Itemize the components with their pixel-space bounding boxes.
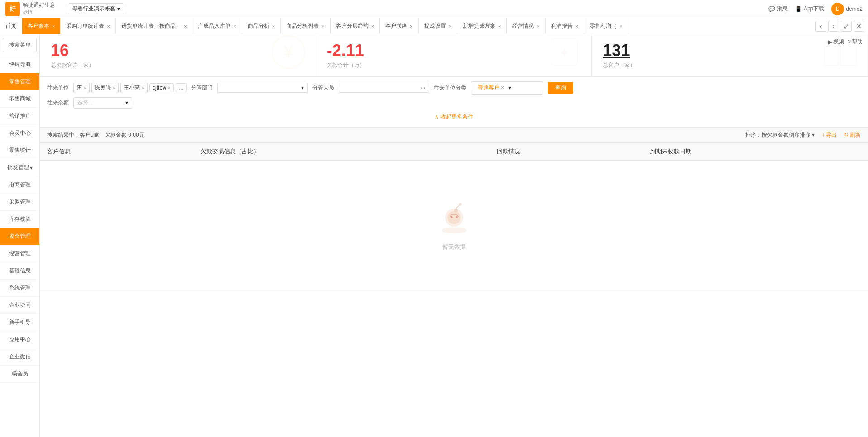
sidebar-item-basic-info[interactable]: 基础信息 (0, 262, 39, 280)
sidebar-item-quick-nav[interactable]: 快捷导航 (0, 56, 39, 73)
stat-all-customers-label: 总客户（家） (603, 62, 635, 69)
close-icon[interactable]: × (52, 24, 55, 29)
sidebar-item-purchase[interactable]: 采购管理 (0, 194, 39, 211)
sidebar-item-retail-mall[interactable]: 零售商城 (0, 90, 39, 108)
sidebar-item-enterprise[interactable]: 企业协同 (0, 297, 39, 314)
dept-select[interactable]: ▾ (217, 83, 308, 93)
export-button[interactable]: ↑ 导出 (822, 131, 837, 139)
message-button[interactable]: 💬 消息 (768, 5, 788, 13)
remove-tag-chen[interactable]: × (112, 85, 115, 91)
tab-customer-contact[interactable]: 客户联络 × (380, 18, 418, 34)
sidebar-item-inventory[interactable]: 库存核算 (0, 211, 39, 228)
tab-product-analysis[interactable]: 商品分析 × (242, 18, 281, 34)
tab-retail-profit[interactable]: 零售利润（ × (584, 18, 628, 34)
sidebar-item-ecommerce[interactable]: 电商管理 (0, 176, 39, 194)
sidebar-item-retail[interactable]: 零售管理 (0, 73, 39, 90)
unit-type-tag[interactable]: 普通客户 × (475, 83, 507, 93)
query-button[interactable]: 查询 (548, 82, 573, 94)
tab-stock-stats[interactable]: 进货单统计表（按商品） × (116, 18, 192, 34)
main-layout: 搜索菜单 快捷导航 零售管理 零售商城 营销推广 会员中心 零售统计 批发管理 … (0, 34, 868, 437)
tab-product-inbound[interactable]: 产成品入库单 × (192, 18, 242, 34)
message-label: 消息 (777, 5, 788, 13)
filter-row-1: 往来单位 伍 × 陈民强 × 王小亮 × cjttcw (47, 81, 861, 95)
close-icon[interactable]: × (498, 24, 501, 29)
tab-prev-button[interactable]: ‹ (815, 21, 826, 32)
collapse-button[interactable]: ∧ 收起更多条件 (47, 111, 861, 123)
tab-next-button[interactable]: › (828, 21, 839, 32)
remove-tag-cjttcw[interactable]: × (168, 85, 171, 91)
balance-label: 往来余额 (47, 99, 69, 107)
tab-add-commission[interactable]: 新增提成方案 × (457, 18, 507, 34)
sidebar: 搜索菜单 快捷导航 零售管理 零售商城 营销推广 会员中心 零售统计 批发管理 … (0, 34, 40, 437)
sidebar-item-wholesale[interactable]: 批发管理 ▾ (0, 159, 39, 176)
tab-customer-tier[interactable]: 客户分层经营 × (331, 18, 380, 34)
close-icon[interactable]: × (410, 24, 412, 29)
tab-profit-report[interactable]: 利润报告 × (546, 18, 584, 34)
header-right: 💬 消息 📱 App下载 D demo2 (768, 3, 863, 15)
sidebar-item-operations[interactable]: 经营管理 (0, 245, 39, 262)
sidebar-item-member2[interactable]: 畅会员 (0, 366, 39, 383)
help-label: 帮助 (852, 38, 863, 46)
tab-home[interactable]: 首页 (0, 18, 22, 34)
search-result-text: 搜索结果中，客户0家 (47, 132, 99, 138)
remove-unit-type[interactable]: × (501, 85, 504, 91)
help-button[interactable]: ? 帮助 (848, 38, 863, 46)
close-icon[interactable]: × (537, 24, 539, 29)
tab-customer-ledger[interactable]: 客户账本 × (22, 18, 61, 34)
tab-operations[interactable]: 经营情况 × (507, 18, 545, 34)
svg-point-9 (451, 216, 453, 218)
remove-tag-wu[interactable]: × (83, 85, 86, 91)
person-select[interactable]: ··· (339, 83, 429, 93)
tab-purchase-order-stats[interactable]: 采购订单统计表 × (61, 18, 115, 34)
svg-text:✦: ✦ (559, 46, 570, 60)
logo-text-block: 畅捷通好生意 标版 (23, 2, 55, 16)
close-icon[interactable]: × (575, 24, 578, 29)
filter-tag-chen[interactable]: 陈民强 × (91, 83, 119, 93)
store-select[interactable]: 母婴行业演示帐套 ▾ (68, 3, 124, 14)
tab-product-analysis-list[interactable]: 商品分析列表 × (281, 18, 330, 34)
close-icon[interactable]: × (233, 24, 236, 29)
remove-tag-wang[interactable]: × (141, 85, 144, 91)
sidebar-item-marketing[interactable]: 营销推广 (0, 108, 39, 125)
tab-expand-button[interactable]: ⤢ (841, 21, 852, 32)
chevron-up-icon: ∧ (435, 114, 439, 120)
search-menu-button[interactable]: 搜索菜单 (3, 38, 37, 52)
chevron-down-icon: ▾ (125, 100, 128, 106)
chevron-down-icon: ▾ (508, 85, 511, 91)
sidebar-item-finance[interactable]: 资金管理 (0, 228, 39, 245)
close-icon[interactable]: × (107, 24, 110, 29)
filter-tag-more[interactable]: ... (176, 83, 187, 92)
unit-type-tag-label: 普通客户 (478, 84, 499, 92)
user-menu[interactable]: D demo2 (831, 3, 863, 15)
balance-select[interactable]: 选择... ▾ (73, 97, 132, 109)
tab-bar: 首页 客户账本 × 采购订单统计表 × 进货单统计表（按商品） × 产成品入库单… (0, 18, 868, 34)
tab-bar-actions: ‹ › ⤢ ✕ (812, 21, 868, 32)
tab-label: 提成设置 (424, 22, 446, 30)
unit-type-select[interactable]: 普通客户 × ▾ (471, 81, 543, 95)
close-icon[interactable]: × (321, 24, 324, 29)
sidebar-item-system[interactable]: 系统管理 (0, 280, 39, 297)
stat-debt-value: -2.11 (327, 42, 364, 60)
tab-commission-setting[interactable]: 提成设置 × (419, 18, 457, 34)
sidebar-item-app-center[interactable]: 应用中心 (0, 331, 39, 348)
close-icon[interactable]: × (184, 24, 187, 29)
content-area: ¥ 16 总欠款客户（家） ✦ -2.11 欠款合计（万） (40, 34, 868, 437)
close-icon[interactable]: × (371, 24, 374, 29)
filter-tag-cjttcw[interactable]: cjttcw × (149, 83, 174, 92)
filter-tag-wu[interactable]: 伍 × (73, 83, 90, 93)
sidebar-item-retail-stats[interactable]: 零售统计 (0, 142, 39, 159)
close-icon[interactable]: × (619, 24, 622, 29)
col-debt-info: 欠款交易信息（占比） (193, 143, 489, 161)
stat-all-customers: 131 总客户（家） (592, 34, 868, 76)
close-icon[interactable]: × (449, 24, 451, 29)
sidebar-item-member[interactable]: 会员中心 (0, 125, 39, 142)
close-icon[interactable]: × (272, 24, 275, 29)
filter-tag-wang[interactable]: 王小亮 × (120, 83, 148, 93)
tab-close-all-button[interactable]: ✕ (854, 21, 864, 32)
app-download-button[interactable]: 📱 App下载 (795, 5, 824, 13)
refresh-button[interactable]: ↻ 刷新 (844, 131, 861, 139)
sidebar-item-wechat[interactable]: 企业微信 (0, 348, 39, 366)
sidebar-item-guide[interactable]: 新手引导 (0, 314, 39, 331)
video-button[interactable]: ▶ 视频 (828, 38, 844, 46)
stat-customers-label: 总欠款客户（家） (51, 62, 94, 69)
